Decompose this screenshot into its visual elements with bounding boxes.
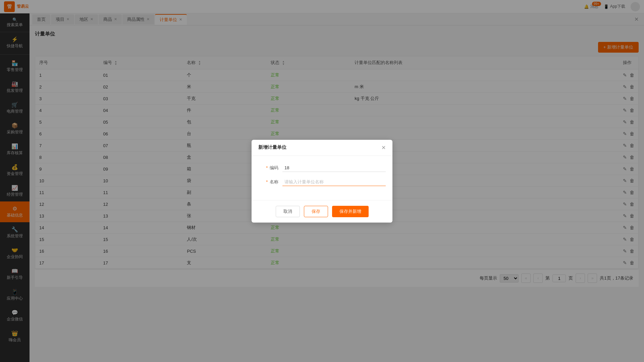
save-button[interactable]: 保存 [304,206,328,217]
name-label: * 名称 [258,179,278,185]
modal-footer: 取消 保存 保存并新增 [252,200,392,223]
form-row-code: * 编码 [258,164,386,172]
required-mark-code: * [266,165,268,170]
required-mark-name: * [266,179,268,184]
modal-close-button[interactable]: ✕ [381,144,386,151]
code-label: * 编码 [258,165,278,171]
form-row-name: * 名称 [258,178,386,186]
modal-title: 新增计量单位 [258,144,286,150]
modal-header: 新增计量单位 ✕ [252,140,392,156]
name-input[interactable] [282,178,386,186]
add-unit-modal: 新增计量单位 ✕ * 编码 * 名称 取消 保存 保存并新增 [252,140,392,223]
cancel-button[interactable]: 取消 [276,206,300,217]
code-input[interactable] [282,164,386,172]
modal-overlay: 新增计量单位 ✕ * 编码 * 名称 取消 保存 保存并新增 [0,0,644,362]
modal-body: * 编码 * 名称 [252,156,392,200]
save-new-button[interactable]: 保存并新增 [332,206,369,217]
